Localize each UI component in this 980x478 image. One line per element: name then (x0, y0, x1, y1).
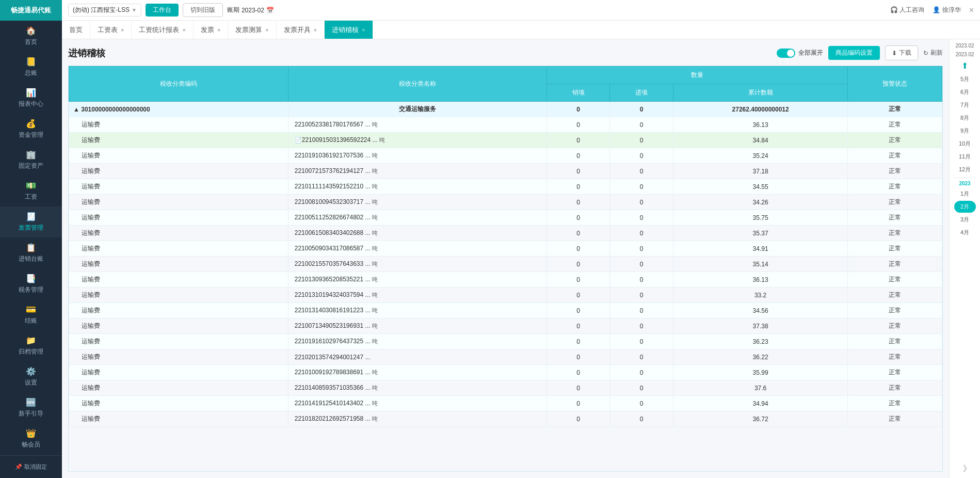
cell-sales: 0 (547, 210, 610, 226)
cal-expand-icon[interactable]: ❯ (958, 459, 972, 476)
table-row[interactable]: 运输费 22101310194324037594 ... 吨 0 0 33.2 … (69, 288, 942, 303)
sidebar-item-invoice-mgmt[interactable]: 🧾 发票管理 (0, 206, 62, 237)
tab-invoice-open[interactable]: 发票开具 × (277, 21, 325, 39)
period-value: 2023-02 (242, 7, 264, 14)
toggle-switch[interactable] (777, 49, 795, 58)
sidebar-item-fund[interactable]: 💰 资金管理 (0, 114, 62, 145)
table-row[interactable]: 运输费 22101910361921707536 ... 吨 0 0 35.24… (69, 148, 942, 164)
table-row[interactable]: 运输费 22101419125410143402 ... 吨 0 0 34.94… (69, 396, 942, 411)
inner-content: 进销稽核 全部展开 商品编码设置 ⬇ 下载 ↻ 刷新 (62, 39, 949, 478)
tab-salary[interactable]: 工资表 × (90, 21, 132, 39)
tab-close-icon[interactable]: × (362, 27, 365, 33)
support-link[interactable]: 🎧 人工咨询 (890, 6, 924, 14)
unpin-button[interactable]: 📌 取消固定 (2, 460, 60, 474)
sidebar-item-guide[interactable]: 🆕 新手引导 (0, 392, 62, 423)
invoice-mgmt-icon: 🧾 (26, 212, 36, 221)
workbench-button[interactable]: 工作台 (146, 4, 179, 17)
cal-month-10[interactable]: 10月 (954, 138, 976, 150)
col-sales: 销项 (547, 84, 610, 102)
cell-tax-id: 22101111143592152210 ... 吨 (288, 179, 547, 195)
tab-close-icon[interactable]: × (217, 27, 220, 33)
table-row[interactable]: 运输费 22101309365208535221 ... 吨 0 0 36.13… (69, 272, 942, 288)
cal-month-8[interactable]: 8月 (954, 112, 976, 124)
cell-purchase: 0 (610, 179, 673, 195)
sidebar-item-tax[interactable]: 📑 税务管理 (0, 268, 62, 299)
cell-sales: 0 (547, 288, 610, 303)
cell-tax-id: 22101314030816191223 ... 吨 (288, 303, 547, 318)
tab-close-icon[interactable]: × (265, 27, 268, 33)
cal-month-5[interactable]: 5月 (954, 73, 976, 85)
table-row[interactable]: 运输费 22100511252826674802 ... 吨 0 0 35.75… (69, 210, 942, 226)
tab-home[interactable]: 首页 (62, 21, 90, 39)
close-button[interactable]: × (969, 6, 974, 15)
sidebar-item-settlement[interactable]: 💳 结账 (0, 299, 62, 330)
table-row[interactable]: 运输费 22100713490523196931 ... 吨 0 0 37.38… (69, 318, 942, 334)
sidebar-item-salary[interactable]: 💵 工资 (0, 176, 62, 206)
user-menu[interactable]: 👤 徐淳华 (933, 6, 960, 14)
settings-button[interactable]: 商品编码设置 (828, 46, 880, 60)
cal-month-1[interactable]: 1月 (954, 188, 976, 200)
sidebar-item-sales-desk[interactable]: 📋 进销台账 (0, 237, 62, 268)
cell-cumulative: 35.37 (673, 226, 848, 241)
cell-purchase: 0 (610, 117, 673, 133)
sidebar-item-settings[interactable]: ⚙️ 设置 (0, 361, 62, 392)
cell-name: 运输费 (69, 349, 288, 365)
company-selector[interactable]: (勿动) 江西报宝-LSS ▼ (68, 4, 141, 17)
cell-status: 正常 (848, 148, 942, 164)
table-row[interactable]: 运输费 22100810094532303717 ... 吨 0 0 34.26… (69, 195, 942, 210)
sidebar-item-home[interactable]: 🏠 首页 (0, 21, 62, 52)
table-row[interactable]: 运输费 22101916102976437325 ... 吨 0 0 36.23… (69, 334, 942, 349)
sidebar-item-ledger[interactable]: 📒 总账 (0, 52, 62, 83)
tab-close-icon[interactable]: × (314, 27, 317, 33)
table-row[interactable]: 运输费 22102013574294001247 ... 0 0 36.22 正… (69, 349, 942, 365)
cell-tax-id: 22100511252826674802 ... 吨 (288, 210, 547, 226)
table-row[interactable]: 运输费 22100523381780176567 ... 吨 0 0 36.13… (69, 117, 942, 133)
cal-month-12[interactable]: 12月 (954, 164, 976, 176)
sidebar-item-report[interactable]: 📊 报表中心 (0, 83, 62, 114)
table-row[interactable]: 运输费 📄22100915031396592224 ... 吨 0 0 34.8… (69, 133, 942, 148)
table-row[interactable]: 运输费 22101009192789838691 ... 吨 0 0 35.99… (69, 365, 942, 380)
tab-salary-stat[interactable]: 工资统计报表 × (132, 21, 193, 39)
cell-tax-id: 22101009192789838691 ... 吨 (288, 365, 547, 380)
home-icon: 🏠 (26, 26, 36, 36)
cal-month-4[interactable]: 4月 (954, 227, 976, 238)
sidebar-item-member[interactable]: 👑 畅会员 (0, 423, 62, 454)
refresh-button[interactable]: ↻ 刷新 (923, 49, 943, 57)
sidebar-item-assets[interactable]: 🏢 固定资产 (0, 145, 62, 176)
tabbar: 首页 工资表 × 工资统计报表 × 发票 × 发票测算 × 发票开具 × 进销稽… (62, 21, 980, 39)
cal-nav-up-icon[interactable]: ⬆ (959, 59, 970, 73)
cal-month-9[interactable]: 9月 (954, 125, 976, 137)
cal-month-2-active[interactable]: 2月 (954, 201, 976, 213)
cell-name: 运输费 (69, 334, 288, 349)
cal-month-6[interactable]: 6月 (954, 86, 976, 98)
col-purchase: 进项 (610, 84, 673, 102)
table-row[interactable]: 运输费 22101408593571035366 ... 吨 0 0 37.6 … (69, 380, 942, 396)
table-row[interactable]: 运输费 22100215570357643633 ... 吨 0 0 35.14… (69, 257, 942, 272)
table-row[interactable]: 运输费 22101111143592152210 ... 吨 0 0 34.55… (69, 179, 942, 195)
cell-tax-id: 22101419125410143402 ... 吨 (288, 396, 547, 411)
cal-month-7[interactable]: 7月 (954, 99, 976, 111)
table-row[interactable]: 运输费 22100721573762194127 ... 吨 0 0 37.18… (69, 164, 942, 179)
cal-year-label-2: 2023.02 (955, 50, 974, 59)
sidebar-item-archive[interactable]: 📁 归档管理 (0, 330, 62, 361)
table-row[interactable]: 运输费 22100615083403402688 ... 吨 0 0 35.37… (69, 226, 942, 241)
switch-version-button[interactable]: 切到旧版 (183, 3, 223, 17)
cal-month-11[interactable]: 11月 (954, 151, 976, 163)
table-row[interactable]: 运输费 22101820212692571958 ... 吨 0 0 36.72… (69, 411, 942, 427)
cell-name: 运输费 (69, 411, 288, 427)
tab-invoice[interactable]: 发票 × (194, 21, 228, 39)
tab-sales-check[interactable]: 进销稽核 × (325, 21, 373, 39)
download-button[interactable]: ⬇ 下载 (885, 45, 918, 60)
cal-month-3[interactable]: 3月 (954, 214, 976, 226)
table-row[interactable]: 运输费 22101314030816191223 ... 吨 0 0 34.56… (69, 303, 942, 318)
tab-close-icon[interactable]: × (182, 27, 185, 33)
col-status: 预警状态 (848, 67, 942, 102)
tab-label: 工资表 (98, 25, 118, 35)
cell-cumulative: 27262.40000000012 (673, 102, 848, 117)
cell-tax-id: 22100509034317086587 ... 吨 (288, 241, 547, 257)
expand-toggle[interactable]: 全部展开 (777, 49, 823, 58)
tab-invoice-calc[interactable]: 发票测算 × (228, 21, 276, 39)
table-row[interactable]: 运输费 22100509034317086587 ... 吨 0 0 34.91… (69, 241, 942, 257)
tab-close-icon[interactable]: × (121, 27, 124, 33)
table-row[interactable]: ▲ 30100000000000000000 交通运输服务 0 0 27262.… (69, 102, 942, 117)
